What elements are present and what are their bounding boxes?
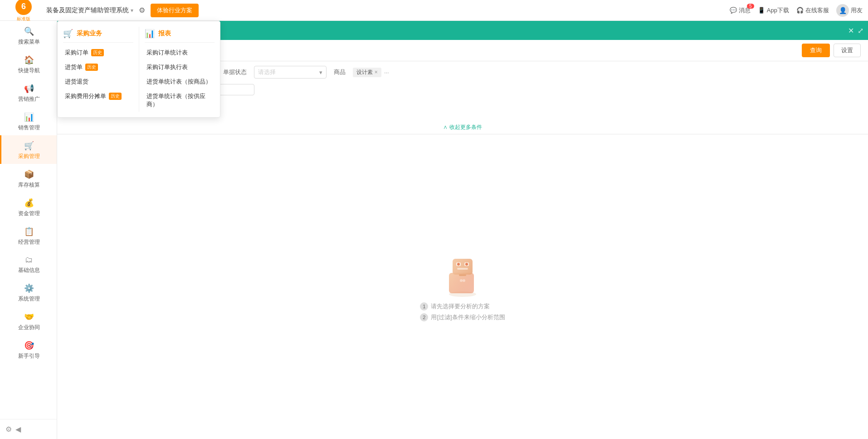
hist-badge-3: 历史: [109, 93, 122, 100]
phone-icon: 📱: [758, 7, 765, 14]
purchase-order-item[interactable]: 采购订单 历史: [63, 45, 133, 60]
purchase-col-icon: 🛒: [63, 29, 73, 39]
industry-button[interactable]: 体验行业方案: [151, 4, 199, 17]
report-col-icon: 📊: [145, 29, 155, 39]
logo-area: 6 标准版: [5, 0, 42, 22]
setting-icon[interactable]: ⚙: [139, 6, 145, 15]
top-bar-right: 💬 消息 5 📱 App下载 🎧 在线客服 👤 用友: [730, 4, 863, 17]
purchase-expense-item[interactable]: 采购费用分摊单 历史: [63, 89, 133, 104]
hist-badge-1: 历史: [91, 49, 104, 56]
logo-icon: 6: [15, 0, 32, 15]
system-title-area: 装备及固定资产辅助管理系统 ▾ ⚙ 体验行业方案: [42, 4, 730, 17]
dropdown-columns: 🛒 采购业务 采购订单 历史 进货单 历史 进货退货 采购费用分摊单 历史: [58, 27, 220, 112]
report-supplier-stats-item[interactable]: 进货单统计表（按供应商）: [145, 89, 215, 112]
hist-badge-2: 历史: [85, 64, 98, 71]
report-goods-stats-item[interactable]: 进货单统计表（按商品）: [145, 74, 215, 89]
purchase-receipt-item[interactable]: 进货单 历史: [63, 60, 133, 74]
report-col-header: 📊 报表: [145, 27, 215, 43]
report-order-exec-item[interactable]: 采购订单执行表: [145, 60, 215, 74]
app-download-button[interactable]: 📱 App下载: [758, 6, 789, 15]
purchase-return-item[interactable]: 进货退货: [63, 74, 133, 89]
avatar: 👤: [836, 4, 849, 17]
user-icon: 👤: [839, 7, 847, 14]
system-dropdown[interactable]: 装备及固定资产辅助管理系统 ▾: [46, 6, 133, 15]
headset-icon: 🎧: [796, 7, 804, 14]
purchase-col-header: 🛒 采购业务: [63, 27, 133, 43]
dropdown-arrow-icon: ▾: [131, 7, 133, 14]
report-col: 📊 报表 采购订单统计表 采购订单执行表 进货单统计表（按商品） 进货单统计表（…: [139, 27, 220, 112]
messages-button[interactable]: 💬 消息 5: [730, 6, 751, 15]
message-icon: 💬: [730, 7, 737, 14]
system-name: 装备及固定资产辅助管理系统: [46, 6, 129, 15]
user-menu[interactable]: 👤 用友: [836, 4, 863, 17]
top-bar: 6 标准版 装备及固定资产辅助管理系统 ▾ ⚙ 体验行业方案 💬 消息 5 📱 …: [0, 0, 868, 21]
report-order-stats-item[interactable]: 采购订单统计表: [145, 45, 215, 60]
purchase-col: 🛒 采购业务 采购订单 历史 进货单 历史 进货退货 采购费用分摊单 历史: [58, 27, 139, 112]
purchase-dropdown-menu: 🛒 采购业务 采购订单 历史 进货单 历史 进货退货 采购费用分摊单 历史: [57, 21, 220, 118]
online-service-button[interactable]: 🎧 在线客服: [796, 6, 829, 15]
message-badge: 5: [747, 4, 754, 9]
